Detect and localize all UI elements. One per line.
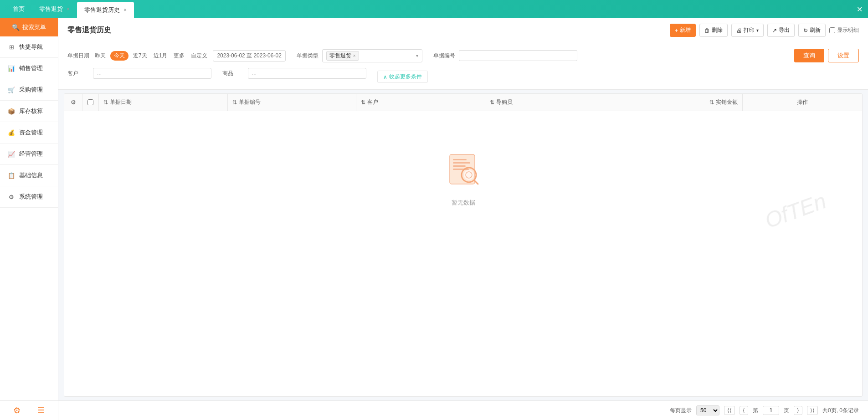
th-date[interactable]: ⇅ 单据日期 (99, 94, 228, 111)
search-icon: 🔍 (12, 24, 20, 31)
tab-retail-return-close[interactable]: × (67, 6, 70, 12)
th-action: 操作 (743, 94, 862, 111)
tab-retail-return-history[interactable]: 零售退货历史 × (77, 2, 134, 18)
sidebar-item-operations[interactable]: 📈 经营管理 (0, 143, 58, 165)
goods-filter-input[interactable] (248, 68, 366, 79)
delete-button[interactable]: 🗑 删除 (699, 24, 728, 37)
page-label-before: 第 (753, 407, 758, 415)
th-action-label: 操作 (797, 98, 808, 106)
sidebar-item-system[interactable]: ⚙ 系统管理 (0, 186, 58, 208)
main-layout: 🔍 搜索菜单 ⊞ 快捷导航 📊 销售管理 🛒 采购管理 📦 库存核算 💰 资金管… (0, 18, 868, 420)
tab-home[interactable]: 首页 (5, 0, 32, 18)
collapse-icon: ∧ (383, 74, 387, 80)
table-header-checkbox[interactable] (82, 94, 99, 111)
th-date-icon: ⇅ (103, 99, 108, 106)
th-customer[interactable]: ⇅ 客户 (356, 94, 485, 111)
tab-retail-return[interactable]: 零售退货 × (32, 0, 77, 18)
date-opt-more[interactable]: 更多 (172, 51, 186, 61)
date-opt-yesterday[interactable]: 昨天 (93, 51, 108, 61)
refresh-icon: ↻ (803, 27, 808, 34)
sidebar-item-basic-info-label: 基础信息 (19, 171, 43, 179)
type-tag-value: 零售退货 (329, 52, 351, 60)
finance-icon: 💰 (7, 128, 15, 137)
system-icon: ⚙ (7, 193, 15, 201)
page-title: 零售退货历史 (67, 26, 111, 35)
number-filter-input[interactable] (459, 50, 577, 61)
query-button[interactable]: 查询 (794, 49, 824, 62)
sidebar-search-label: 搜索菜单 (22, 23, 46, 31)
table-settings-icon[interactable]: ⚙ (64, 94, 82, 111)
goods-filter-label: 商品 (222, 70, 244, 77)
page-last-button[interactable]: ⟩⟩ (807, 406, 818, 415)
type-select[interactable]: 零售退货 × ▾ (322, 49, 422, 62)
empty-state-icon (441, 148, 486, 193)
sidebar-search[interactable]: 🔍 搜索菜单 (0, 18, 58, 36)
date-opt-7days[interactable]: 近7天 (131, 51, 149, 61)
sidebar-item-inventory[interactable]: 📦 库存核算 (0, 101, 58, 122)
print-button[interactable]: 🖨 打印 ▾ (731, 24, 764, 37)
sidebar-item-quick-nav[interactable]: ⊞ 快捷导航 (0, 36, 58, 58)
select-all-checkbox[interactable] (87, 99, 93, 105)
sidebar-item-finance[interactable]: 💰 资金管理 (0, 122, 58, 143)
show-detail-label: 显示明细 (837, 26, 859, 34)
date-range-input[interactable]: 2023-06-02 至 2023-06-02 (213, 50, 285, 61)
svg-rect-2 (453, 162, 470, 164)
sidebar-item-sales-label: 销售管理 (19, 64, 43, 72)
date-opt-today[interactable]: 今天 (110, 51, 128, 61)
new-button[interactable]: + 新增 (670, 24, 696, 37)
show-detail-checkbox-label: 显示明细 (829, 26, 859, 34)
customer-filter-input[interactable] (93, 68, 211, 79)
sidebar-settings-icon[interactable]: ⚙ (13, 405, 21, 415)
empty-text: 暂无数据 (452, 199, 475, 207)
th-amount[interactable]: ⇅ 实销金额 (614, 94, 743, 111)
export-label: 导出 (779, 26, 790, 34)
sidebar-menu-icon[interactable]: ☰ (37, 405, 45, 415)
delete-label: 删除 (712, 26, 723, 34)
page-first-button[interactable]: ⟨⟨ (724, 406, 735, 415)
type-filter: 单据类型 零售退货 × ▾ (297, 49, 422, 62)
page-next-button[interactable]: ⟩ (794, 406, 802, 415)
content-area: 零售退货历史 + 新增 🗑 删除 🖨 打印 ▾ (58, 18, 868, 420)
th-date-label: 单据日期 (110, 98, 132, 106)
close-window-icon[interactable]: ✕ (857, 5, 863, 14)
table-container: ⚙ ⇅ 单据日期 ⇅ 单据编号 ⇅ 客户 ⇅ 导购员 (64, 93, 863, 397)
date-opt-custom[interactable]: 自定义 (189, 51, 209, 61)
sidebar-item-finance-label: 资金管理 (19, 128, 43, 137)
sidebar-item-sales[interactable]: 📊 销售管理 (0, 58, 58, 79)
sidebar-item-purchase[interactable]: 🛒 采购管理 (0, 79, 58, 101)
date-opt-1month[interactable]: 近1月 (152, 51, 169, 61)
show-detail-checkbox[interactable] (829, 27, 835, 33)
sidebar-item-system-label: 系统管理 (19, 193, 43, 201)
tab-home-label: 首页 (13, 5, 25, 13)
sidebar-item-basic-info[interactable]: 📋 基础信息 (0, 165, 58, 186)
new-label: 新增 (680, 26, 691, 34)
sidebar-bottom: ⚙ ☰ (0, 400, 58, 420)
inventory-icon: 📦 (7, 107, 15, 115)
quick-nav-icon: ⊞ (7, 43, 15, 51)
purchase-icon: 🛒 (7, 86, 15, 94)
refresh-label: 刷新 (810, 26, 821, 34)
print-icon: 🖨 (736, 27, 742, 34)
settings-button[interactable]: 设置 (828, 49, 859, 62)
th-number[interactable]: ⇅ 单据编号 (228, 94, 357, 111)
customer-filter-label: 客户 (67, 70, 89, 77)
page-size-select[interactable]: 50 10 20 100 (696, 405, 719, 415)
tab-retail-return-history-close[interactable]: × (123, 7, 127, 13)
export-icon: ↗ (772, 27, 777, 34)
refresh-button[interactable]: ↻ 刷新 (798, 24, 826, 37)
table-header: ⚙ ⇅ 单据日期 ⇅ 单据编号 ⇅ 客户 ⇅ 导购员 (64, 94, 862, 111)
type-tag-close[interactable]: × (353, 53, 356, 58)
type-tag: 零售退货 × (326, 51, 359, 61)
goods-filter: 商品 (222, 68, 366, 79)
page-prev-button[interactable]: ⟨ (740, 406, 748, 415)
print-arrow-icon: ▾ (756, 28, 759, 33)
collapse-button[interactable]: ∧ 收起更多条件 (377, 71, 428, 83)
export-button[interactable]: ↗ 导出 (767, 24, 795, 37)
page-number-input[interactable] (763, 406, 779, 415)
type-select-arrow: ▾ (416, 53, 418, 58)
sidebar-item-quick-nav-label: 快捷导航 (19, 43, 43, 51)
th-guide[interactable]: ⇅ 导购员 (485, 94, 614, 111)
top-right-area: ✕ (857, 5, 863, 14)
tab-retail-return-label: 零售退货 (39, 5, 63, 13)
total-label: 共0页, 0条记录 (822, 407, 859, 415)
